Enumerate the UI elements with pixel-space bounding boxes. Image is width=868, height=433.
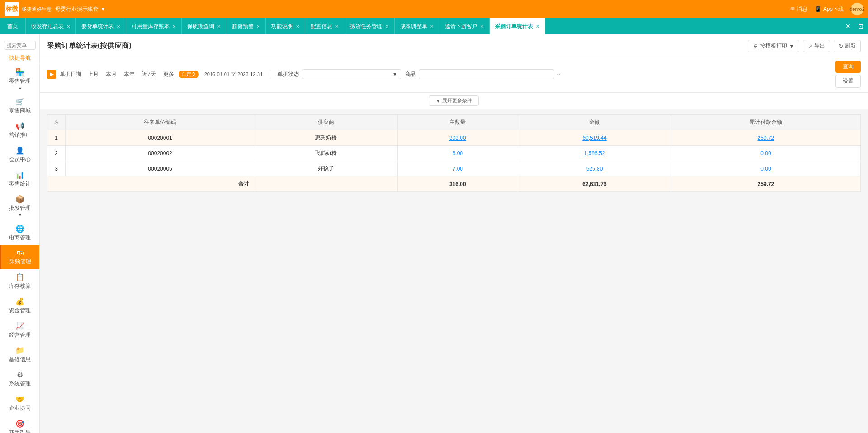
tab-cost-adjust[interactable]: 成本调整单 ✕ — [395, 18, 439, 34]
tab-invite-customer[interactable]: 邀请下游客户 ✕ — [439, 18, 490, 34]
filter-toggle-btn[interactable]: ▶ — [47, 70, 56, 79]
date-quick-btns: 上月 本月 本年 近7天 更多 自定义 — [85, 70, 199, 79]
row-main-qty-2[interactable]: 6.00 — [397, 146, 518, 161]
close-all-tabs-btn[interactable]: ✕ — [843, 22, 854, 31]
maximize-btn[interactable]: ⊡ — [855, 22, 866, 31]
date-range-display: 2016-01-01 至 2023-12-31 — [204, 71, 263, 78]
download-icon: 📱 — [815, 6, 821, 12]
refresh-btn[interactable]: ↻ 刷新 — [834, 40, 861, 52]
row-amount-1[interactable]: 60,519.44 — [518, 130, 671, 146]
close-icon[interactable]: ✕ — [385, 24, 389, 29]
logo-area: 标微 畅捷通好生意 — [5, 2, 52, 16]
top-bar-right: ✉ 消息 📱 App下载 demo2 — [790, 3, 863, 15]
sidebar-item-quick-nav[interactable]: 快捷导航 — [0, 52, 39, 64]
sidebar-item-stock-verify[interactable]: 📋 库存核算 — [0, 269, 39, 294]
stats-icon: 📊 — [15, 171, 24, 179]
sidebar-item-marketing[interactable]: 📢 营销推广 — [0, 118, 39, 143]
close-icon[interactable]: ✕ — [430, 24, 434, 29]
close-icon[interactable]: ✕ — [536, 24, 539, 29]
close-icon[interactable]: ✕ — [256, 24, 260, 29]
print-icon: 🖨 — [753, 43, 758, 49]
row-amount-2[interactable]: 1,586.52 — [518, 146, 671, 161]
member-icon: 👤 — [15, 146, 24, 155]
sidebar-item-basic-info[interactable]: 📁 基础信息 — [0, 343, 39, 367]
date-more-btn[interactable]: 更多 — [160, 70, 177, 79]
row-main-qty-1[interactable]: 303.00 — [397, 130, 518, 146]
sidebar-item-sys-mgmt[interactable]: ⚙ 系统管理 — [0, 367, 39, 391]
tab-function-desc[interactable]: 功能说明 ✕ — [266, 18, 305, 34]
sidebar-item-finance-mgmt[interactable]: 💰 资金管理 — [0, 294, 39, 318]
chevron-down-icon: ▼ — [436, 98, 441, 104]
logo-abbr: 标微 — [5, 5, 18, 13]
close-icon[interactable]: ✕ — [172, 24, 176, 29]
tab-order-summary[interactable]: 要货单统计表 ✕ — [76, 18, 126, 34]
search-input[interactable] — [4, 41, 36, 50]
row-supplier-1: 惠氏奶粉 — [255, 130, 397, 146]
expand-more-bar: ▼ 展开更多条件 — [40, 93, 868, 109]
row-supplier-2: 飞鹤奶粉 — [255, 146, 397, 161]
tab-home[interactable]: 首页 — [0, 18, 26, 34]
tab-purchase-summary[interactable]: 采购订单统计表 ✕ — [490, 18, 545, 34]
chevron-down-icon: ▼ — [100, 6, 106, 12]
sidebar-item-ops-mgmt[interactable]: 📈 经营管理 — [0, 318, 39, 343]
goods-filter-input[interactable] — [419, 69, 554, 79]
tab-available-stock[interactable]: 可用量库存账本 ✕ — [126, 18, 182, 34]
sidebar-item-retail-stats[interactable]: 📊 零售统计 — [0, 167, 39, 191]
tab-overstock-alert[interactable]: 超储预警 ✕ — [226, 18, 266, 34]
sidebar-item-retail-mgmt[interactable]: 🏪 零售管理 — [0, 64, 39, 94]
row-paid-amount-1[interactable]: 259.72 — [671, 130, 860, 146]
close-icon[interactable]: ✕ — [296, 24, 299, 29]
status-filter-label: 单据状态 — [278, 71, 299, 78]
filter-action-buttons: 查询 设置 — [835, 61, 861, 88]
industry-selector[interactable]: 母婴行业演示账套 ▼ — [55, 5, 106, 13]
row-partner-code-2: 00020002 — [66, 146, 255, 161]
template-print-btn[interactable]: 🖨 按模板打印 ▼ — [748, 40, 799, 52]
date-cur-year-btn[interactable]: 本年 — [121, 70, 137, 79]
footer-amount: 62,631.76 — [518, 176, 671, 192]
sidebar-search-area — [0, 38, 39, 52]
tab-collect-summary[interactable]: 收发存汇总表 ✕ — [26, 18, 76, 34]
settings-icon: ⚙ — [54, 119, 59, 126]
export-btn[interactable]: ↗ 导出 — [803, 40, 830, 52]
tab-config-info[interactable]: 配置信息 ✕ — [305, 18, 344, 34]
goods-filter-label: 商品 — [405, 71, 416, 78]
sidebar-item-enterprise-collab[interactable]: 🤝 企业协同 — [0, 391, 39, 416]
sidebar-item-new-guide[interactable]: 🎯 新手引导 — [0, 416, 39, 433]
settings-btn[interactable]: 设置 — [835, 75, 861, 88]
table-row: 1 00020001 惠氏奶粉 303.00 60,519.44 259.72 — [47, 130, 861, 146]
status-filter-select[interactable]: ▼ — [302, 69, 401, 79]
col-settings[interactable]: ⚙ — [47, 115, 66, 130]
row-amount-3[interactable]: 525.80 — [518, 161, 671, 176]
expand-more-btn[interactable]: ▼ 展开更多条件 — [429, 95, 479, 106]
sidebar-item-retail-shop[interactable]: 🛒 零售商城 — [0, 94, 39, 118]
date-7days-btn[interactable]: 近7天 — [139, 70, 159, 79]
goods-more-btn[interactable]: ··· — [557, 71, 561, 77]
close-icon[interactable]: ✕ — [335, 24, 339, 29]
sidebar-item-ecom-mgmt[interactable]: 🌐 电商管理 — [0, 221, 39, 245]
tab-expiry-query[interactable]: 保质期查询 ✕ — [182, 18, 226, 34]
table-area: ⚙ 往来单位编码 供应商 主数量 金额 累计付款金额 1 00020001 惠氏… — [40, 109, 868, 433]
page-header-actions: 🖨 按模板打印 ▼ ↗ 导出 ↻ 刷新 — [748, 40, 861, 52]
top-bar-left: 标微 畅捷通好生意 母婴行业演示账套 ▼ — [5, 2, 106, 16]
guide-icon: 🎯 — [15, 419, 24, 428]
row-partner-code-3: 00020005 — [66, 161, 255, 176]
query-btn[interactable]: 查询 — [835, 61, 861, 73]
tab-pick-task-mgmt[interactable]: 拣货任务管理 ✕ — [344, 18, 395, 34]
date-cur-month-btn[interactable]: 本月 — [103, 70, 119, 79]
row-main-qty-3[interactable]: 7.00 — [397, 161, 518, 176]
close-icon[interactable]: ✕ — [217, 24, 221, 29]
sidebar-item-wholesale-mgmt[interactable]: 📦 批发管理 — [0, 191, 39, 221]
app-download-btn[interactable]: 📱 App下载 — [815, 5, 844, 13]
row-paid-amount-3[interactable]: 0.00 — [671, 161, 860, 176]
shop-icon: 🛒 — [15, 97, 24, 106]
close-icon[interactable]: ✕ — [480, 24, 484, 29]
close-icon[interactable]: ✕ — [66, 24, 70, 29]
col-partner-code: 往来单位编码 — [66, 115, 255, 130]
date-prev-month-btn[interactable]: 上月 — [85, 70, 101, 79]
row-paid-amount-2[interactable]: 0.00 — [671, 146, 860, 161]
sidebar-item-purchase-mgmt[interactable]: 🛍 采购管理 — [0, 245, 39, 269]
message-btn[interactable]: ✉ 消息 — [790, 5, 807, 13]
user-avatar-btn[interactable]: demo2 — [851, 3, 863, 15]
close-icon[interactable]: ✕ — [117, 24, 120, 29]
sidebar-item-member-center[interactable]: 👤 会员中心 — [0, 143, 39, 167]
